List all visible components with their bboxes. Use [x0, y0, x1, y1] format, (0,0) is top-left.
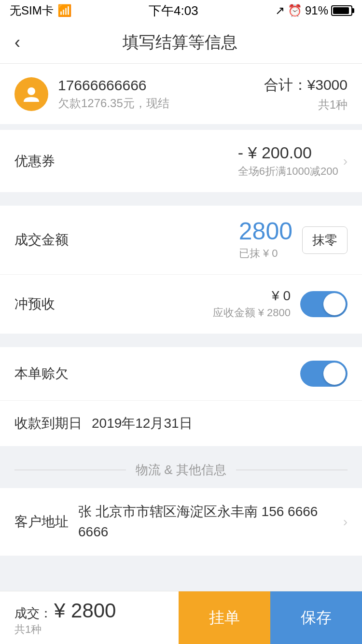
customer-right: 合计：¥3000 共1种: [264, 75, 348, 112]
carrier-text: 无SIM卡: [10, 3, 54, 18]
precollect-toggle[interactable]: [300, 291, 348, 317]
customer-phone: 17666666666: [58, 77, 169, 94]
amount-right: 2800 已抹 ¥ 0 抹零: [239, 219, 348, 261]
address-chevron-icon: ›: [343, 514, 348, 530]
pending-button[interactable]: 挂单: [179, 591, 270, 644]
coupon-amount: - ¥ 200.00: [238, 143, 338, 162]
back-button[interactable]: ‹: [14, 34, 20, 51]
transaction-amount: ¥ 2800: [54, 599, 116, 622]
amount-info: 2800 已抹 ¥ 0: [239, 219, 292, 261]
main-content: 17666666666 欠款1276.35元，现结 合计：¥3000 共1种 优…: [0, 64, 362, 644]
debt-row: 本单赊欠: [0, 347, 362, 400]
logistics-divider: 物流 & 其他信息: [0, 452, 362, 488]
precollect-sub: 应收金额 ¥ 2800: [213, 306, 291, 320]
precollect-label: 冲预收: [14, 295, 55, 313]
divider-line-left: [14, 470, 126, 470]
duedate-row: 收款到期日 2019年12月31日: [0, 400, 362, 446]
battery-icon: [331, 5, 352, 16]
customer-sub: 欠款1276.35元，现结: [58, 96, 169, 111]
duedate-label: 收款到期日: [14, 414, 82, 433]
address-label: 客户地址: [14, 513, 69, 531]
transaction-label: 成交：: [14, 605, 52, 622]
debt-label: 本单赊欠: [14, 364, 69, 383]
time-display: 下午4:03: [149, 2, 198, 19]
wifi-icon: 📶: [57, 4, 72, 17]
status-left: 无SIM卡 📶: [10, 3, 72, 18]
status-right: ↗ ⏰ 91%: [275, 4, 352, 17]
precollect-values: ¥ 0 应收金额 ¥ 2800: [213, 288, 291, 320]
address-value: 张 北京市市辖区海淀区永丰南 156 6666 6666: [78, 502, 343, 542]
alarm-icon: ⏰: [288, 4, 302, 17]
amount-value: 2800: [239, 219, 292, 243]
logistics-label: 物流 & 其他信息: [136, 462, 226, 478]
nav-bar: ‹ 填写结算等信息: [0, 21, 362, 64]
debt-toggle-knob: [323, 363, 346, 385]
customer-count: 共1种: [264, 97, 348, 112]
amount-label: 成交金额: [14, 231, 69, 249]
section-divider-2: [0, 334, 362, 341]
battery-percent: 91%: [305, 4, 328, 17]
status-bar: 无SIM卡 📶 下午4:03 ↗ ⏰ 91%: [0, 0, 362, 21]
customer-info: 17666666666 欠款1276.35元，现结: [58, 77, 169, 111]
battery-fill: [333, 7, 349, 14]
location-icon: ↗: [275, 4, 285, 17]
amount-section: 成交金额 2800 已抹 ¥ 0 抹零 冲预收 ¥ 0 应收金额 ¥ 2800: [0, 206, 362, 334]
debt-toggle[interactable]: [300, 361, 348, 387]
amount-sub: 已抹 ¥ 0: [239, 246, 292, 261]
save-button[interactable]: 保存: [270, 591, 362, 644]
coupon-info: - ¥ 200.00 全场6折满1000减200: [238, 143, 338, 179]
bottom-info: 成交： ¥ 2800 共1种: [0, 591, 179, 644]
precollect-row: 冲预收 ¥ 0 应收金额 ¥ 2800: [0, 274, 362, 334]
divider-line-right: [236, 470, 348, 470]
coupon-row[interactable]: 优惠券 - ¥ 200.00 全场6折满1000减200 ›: [0, 130, 362, 192]
chevron-right-icon: ›: [343, 154, 348, 169]
bottom-bar: 成交： ¥ 2800 共1种 挂单 保存: [0, 591, 362, 644]
avatar: [14, 77, 48, 111]
customer-left: 17666666666 欠款1276.35元，现结: [14, 77, 169, 111]
toggle-knob: [323, 293, 346, 315]
precollect-amount: ¥ 0: [213, 288, 291, 304]
coupon-label: 优惠券: [14, 152, 55, 170]
customer-total: 合计：¥3000: [264, 75, 348, 95]
section-divider-1: [0, 198, 362, 206]
address-row[interactable]: 客户地址 张 北京市市辖区海淀区永丰南 156 6666 6666 ›: [0, 488, 362, 556]
coupon-desc: 全场6折满1000减200: [238, 164, 338, 179]
page-title: 填写结算等信息: [30, 31, 330, 54]
customer-card: 17666666666 欠款1276.35元，现结 合计：¥3000 共1种: [0, 64, 362, 124]
bottom-count: 共1种: [14, 622, 164, 637]
coupon-right: - ¥ 200.00 全场6折满1000减200 ›: [238, 143, 348, 179]
bottom-transaction-line: 成交： ¥ 2800: [14, 599, 164, 622]
duedate-value: 2019年12月31日: [92, 414, 193, 433]
round-down-button[interactable]: 抹零: [302, 226, 348, 254]
amount-row: 成交金额 2800 已抹 ¥ 0 抹零: [0, 206, 362, 274]
svg-point-0: [28, 87, 35, 95]
precollect-right: ¥ 0 应收金额 ¥ 2800: [213, 288, 348, 320]
